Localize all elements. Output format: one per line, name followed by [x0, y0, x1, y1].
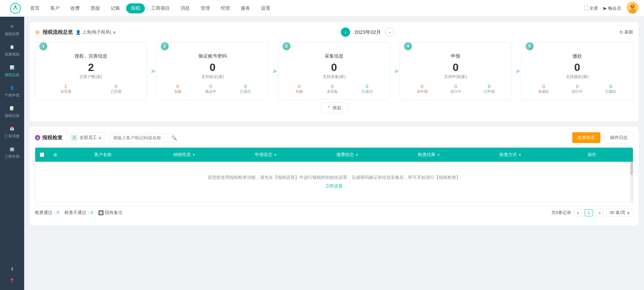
collapse-btn[interactable]: ⌃ 收起: [320, 102, 348, 113]
sidebar-item-报税记录[interactable]: 📝报税记录: [0, 101, 24, 122]
tax-check-title: ● 报税检查: [35, 135, 62, 141]
title-dot: ●: [35, 135, 40, 140]
sidebar-bottom-定位[interactable]: 📍: [8, 276, 16, 286]
nav-item-报税[interactable]: 报税: [126, 3, 145, 13]
nav-item-首页[interactable]: 首页: [25, 3, 44, 13]
th-settings[interactable]: ⚙: [49, 148, 62, 161]
sidebar-label: 汇算清缴: [5, 134, 19, 139]
nav-items: 首页客户收费票据记账报税工商项目消息管理经营服务设置: [25, 3, 584, 13]
step-arrow-1: »: [271, 67, 278, 75]
tax-check-card: ● 报税检查 员 全部员工 ∨ 🔍 批量检查 操作日志: [30, 127, 639, 225]
sidebar-item-报税设置[interactable]: ⚙报税设置: [0, 19, 24, 40]
process-step-0: 1 授权、完善信息 2 总客户数(家) 2 未完善 0 已完善: [35, 42, 147, 100]
step-stat: 0 已缴款: [605, 84, 616, 94]
nav-item-工商项目[interactable]: 工商项目: [146, 3, 174, 13]
nav-item-设置[interactable]: 设置: [256, 3, 275, 13]
collapse-bar: ⌃ 收起: [35, 102, 633, 113]
step-num: 3: [282, 42, 290, 50]
content-area: ⊕ 报税流程总览 👤 上海(电子税局) ∨ ‹ 2023年02月 › ↻ 刷新: [24, 17, 644, 290]
sidebar-icon: 🏢: [8, 145, 16, 153]
nav-item-票据[interactable]: 票据: [86, 3, 105, 13]
next-month-btn[interactable]: ›: [385, 27, 394, 37]
step-stats: 0 未申报 0 进行中 0 已申报: [405, 84, 506, 94]
process-steps: 1 授权、完善信息 2 总客户数(家) 2 未完善 0 已完善 » 2 验证账号…: [35, 42, 633, 100]
sidebar-item-汇算清缴[interactable]: 📅汇算清缴: [0, 122, 24, 142]
sidebar-item-批量报税[interactable]: 📋批量报税: [0, 40, 24, 60]
play-icon: ▶: [603, 6, 607, 11]
nav-item-经营[interactable]: 经营: [216, 3, 235, 13]
setup-link[interactable]: 立即设置: [325, 184, 343, 189]
step-count: 0: [405, 62, 506, 73]
fullscreen-icon: ⛶: [584, 6, 588, 11]
search-input[interactable]: [113, 135, 169, 140]
nav-item-记账[interactable]: 记账: [106, 3, 125, 13]
next-page-btn[interactable]: ›: [596, 209, 604, 217]
nav-item-收费[interactable]: 收费: [66, 3, 85, 13]
process-nav: ‹ 2023年02月 ›: [341, 27, 394, 37]
sidebar-label: 报税设置: [5, 31, 19, 37]
member-btn[interactable]: ▶ 畅会员: [603, 5, 621, 11]
step-stat: 0 已成功: [362, 84, 373, 94]
batch-check-btn[interactable]: 批量检查: [572, 132, 600, 143]
per-page-chevron-icon: ∨: [627, 210, 630, 215]
tax-check-header: ● 报税检查 员 全部员工 ∨ 🔍 批量检查 操作日志: [35, 132, 633, 143]
th-check-method[interactable]: 检查方式 ▼: [470, 148, 551, 162]
search-box[interactable]: 🔍: [109, 133, 176, 142]
th-tax-nature[interactable]: 纳税性质 ▼: [144, 148, 225, 162]
step-num: 1: [39, 42, 47, 50]
sidebar-icon: 📊: [8, 64, 16, 71]
th-check-result[interactable]: 检查结果 ▼: [388, 148, 470, 162]
sidebar-item-工商年报[interactable]: 🏢工商年报: [0, 142, 24, 162]
sidebar-item-个税申报[interactable]: 👤个税申报: [0, 81, 24, 101]
per-page-select[interactable]: 30 条/页 ∨: [606, 209, 633, 217]
step-count: 0: [527, 62, 628, 73]
fullscreen-btn[interactable]: ⛶ 全屏: [584, 5, 598, 11]
nav-item-消息[interactable]: 消息: [176, 3, 195, 13]
sidebar-icon: 👤: [8, 84, 16, 91]
step-sub: 支持采集(家): [284, 74, 384, 80]
process-step-4: 5 缴款 0 支持缴款(家) 0 未缴款 0 进行中 0 已缴款: [521, 42, 633, 100]
th-operation: 操作: [551, 148, 633, 162]
sidebar-bottom-下载[interactable]: ⬇: [9, 264, 15, 274]
th-pay-status[interactable]: 缴费状态 ▼: [307, 148, 388, 162]
step-title: 采集信息: [284, 53, 384, 59]
sidebar-label: 报税记录: [5, 113, 19, 118]
prev-month-btn[interactable]: ‹: [341, 27, 350, 37]
step-sub: 支持申报(家): [405, 74, 506, 80]
process-title: 报税流程总览: [43, 29, 73, 35]
step-arrow-3: »: [515, 67, 521, 75]
logo-icon: [10, 3, 21, 14]
nav-item-管理[interactable]: 管理: [196, 3, 215, 13]
employee-select[interactable]: 员 全部员工 ∨: [66, 132, 105, 143]
sidebar-item-报税总览[interactable]: 📊报税总览: [0, 60, 24, 81]
sidebar-label: 报税总览: [5, 72, 19, 77]
pass-count[interactable]: 0: [57, 210, 59, 215]
step-title: 授权、完善信息: [41, 53, 141, 59]
pagination: 共0条记录 ‹ 1 › 30 条/页 ∨: [551, 209, 633, 217]
step-stat: 0 已成功: [240, 84, 251, 94]
step-title: 验证账号密码: [162, 53, 263, 59]
step-stat: 0 未缴款: [538, 84, 549, 94]
step-stats: 0 未缴款 0 进行中 0 已缴款: [527, 84, 628, 94]
process-location[interactable]: 👤 上海(电子税局) ∨: [75, 29, 116, 35]
refresh-btn[interactable]: ↻ 刷新: [620, 29, 633, 35]
operation-log-btn[interactable]: 操作日志: [604, 132, 633, 143]
process-card: ⊕ 报税流程总览 👤 上海(电子税局) ∨ ‹ 2023年02月 › ↻ 刷新: [30, 22, 639, 121]
nav-item-服务[interactable]: 服务: [236, 3, 255, 13]
step-stat: 0 进行中: [450, 84, 461, 94]
chevron-down-icon: ∨: [113, 30, 116, 35]
nav-item-客户[interactable]: 客户: [46, 3, 64, 13]
step-num: 5: [526, 42, 534, 50]
prev-page-btn[interactable]: ‹: [574, 209, 582, 217]
fail-count[interactable]: 0: [91, 210, 93, 215]
th-declare-status[interactable]: 申报状态 ▼: [225, 148, 307, 162]
process-title-icon: ⊕: [35, 28, 40, 36]
select-all-checkbox[interactable]: [40, 152, 44, 157]
location-icon: 👤: [75, 30, 81, 35]
step-stat: 2 未完善: [60, 84, 71, 94]
search-icon[interactable]: 🔍: [171, 135, 177, 140]
sidebar-icon: 📅: [8, 125, 16, 132]
select-chevron-icon: ∨: [98, 135, 102, 140]
avatar[interactable]: [627, 2, 639, 15]
table-header: ⚙ 客户名称 纳税性质 ▼ 申报状态 ▼ 缴费状态 ▼ 检查结果 ▼ 检查方式 …: [35, 148, 633, 162]
